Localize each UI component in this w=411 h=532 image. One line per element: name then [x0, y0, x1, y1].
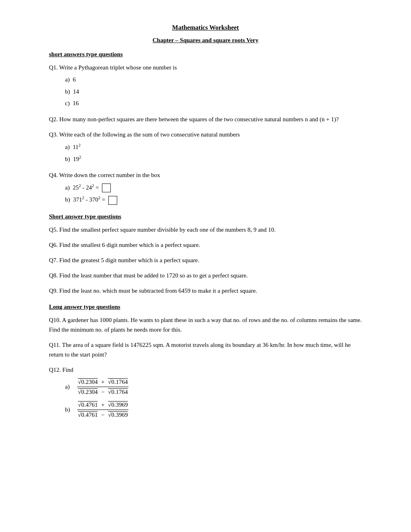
- q12-b-denominator: √0.4761 − √0.3969: [77, 410, 128, 420]
- question-q9: Q9. Find the least no. which must be sub…: [49, 286, 362, 296]
- q4-sublist: a) 252 - 242 = b) 3712 - 3702 =: [65, 182, 362, 205]
- q1-a: a) 6: [65, 75, 362, 85]
- q12-b-den-sqrt2: √0.3969: [108, 412, 128, 418]
- q12-a-num-sqrt2: √0.1764: [108, 379, 128, 385]
- q3-sublist: a) 112 b) 192: [65, 142, 362, 165]
- q12-a-label: a): [65, 382, 76, 391]
- q12-a-fraction: √0.2304 + √0.1764 √0.2304 − √0.1764: [77, 377, 128, 397]
- section-short: Short answer type questions Q5. Find the…: [49, 213, 362, 296]
- section-very-short: short answers type questions Q1. Write a…: [49, 51, 362, 205]
- q12-b-fraction: √0.4761 + √0.3969 √0.4761 − √0.3969: [77, 400, 128, 420]
- q12-b-num-sqrt1: √0.4761: [78, 402, 98, 408]
- q9-text: Q9. Find the least no. which must be sub…: [49, 287, 257, 294]
- question-q5: Q5. Find the smallest perfect square num…: [49, 225, 362, 234]
- chapter-title: Chapter – Squares and square roots Very: [49, 37, 362, 44]
- q12-a-den-sqrt2: √0.1764: [108, 389, 128, 395]
- section-long: Long answer type questions Q10. A garden…: [49, 304, 362, 420]
- q12-b-num-sqrt2: √0.3969: [108, 402, 128, 408]
- q12-a-denominator: √0.2304 − √0.1764: [77, 387, 128, 397]
- question-q12: Q12. Find a) √0.2304 + √0.1764 √0.2304 −: [49, 365, 362, 420]
- q8-text: Q8. Find the least number that must be a…: [49, 272, 248, 279]
- q12-b-item: b) √0.4761 + √0.3969 √0.4761 − √0.3969: [65, 400, 362, 420]
- q12-sublist: a) √0.2304 + √0.1764 √0.2304 − √0.1764: [65, 377, 362, 420]
- q4-b: b) 3712 - 3702 =: [65, 194, 362, 205]
- q5-text: Q5. Find the smallest perfect square num…: [49, 226, 276, 233]
- section-short-heading: Short answer type questions: [49, 213, 362, 220]
- question-q11: Q11. The area of a square field is 14762…: [49, 340, 362, 359]
- q12-b-den-sqrt1: √0.4761: [78, 412, 98, 418]
- q12-a-numerator: √0.2304 + √0.1764: [77, 377, 128, 387]
- question-q4: Q4. Write down the correct number in the…: [49, 170, 362, 205]
- worksheet-page: Mathematics Worksheet Chapter – Squares …: [49, 24, 362, 428]
- q1-c: c) 16: [65, 98, 362, 109]
- q12-b-label: b): [65, 405, 76, 414]
- section-long-heading: Long answer type questions: [49, 304, 362, 310]
- q12-a-num-sqrt1: √0.2304: [78, 379, 98, 385]
- question-q1: Q1. Write a Pythagorean triplet whose on…: [49, 63, 362, 109]
- worksheet-title: Mathematics Worksheet: [49, 24, 362, 31]
- q3-b: b) 192: [65, 154, 362, 165]
- q12-text: Q12. Find: [49, 365, 362, 375]
- q6-text: Q6. Find the smallest 6 digit number whi…: [49, 242, 200, 248]
- question-q2: Q2. How many non-perfect squares are the…: [49, 114, 362, 124]
- q3-a: a) 112: [65, 142, 362, 153]
- q1-b: b) 14: [65, 87, 362, 97]
- section-very-short-heading: short answers type questions: [49, 51, 362, 58]
- q1-text: Q1. Write a Pythagorean triplet whose on…: [49, 64, 177, 71]
- q4-a-box[interactable]: [102, 183, 111, 192]
- question-q8: Q8. Find the least number that must be a…: [49, 271, 362, 280]
- q12-b-numerator: √0.4761 + √0.3969: [77, 400, 128, 410]
- q3-text: Q3. Write each of the following as the s…: [49, 131, 240, 138]
- q7-text: Q7. Find the greatest 5 digit number whi…: [49, 257, 199, 263]
- q12-a-den-sqrt1: √0.2304: [78, 389, 98, 395]
- q10-text: Q10. A gardener has 1000 plants. He want…: [49, 317, 362, 333]
- q1-sublist: a) 6 b) 14 c) 16: [65, 75, 362, 109]
- question-q10: Q10. A gardener has 1000 plants. He want…: [49, 315, 362, 334]
- question-q3: Q3. Write each of the following as the s…: [49, 130, 362, 165]
- q4-text: Q4. Write down the correct number in the…: [49, 172, 160, 178]
- q11-text: Q11. The area of a square field is 14762…: [49, 342, 351, 358]
- q2-text: Q2. How many non-perfect squares are the…: [49, 116, 339, 122]
- q4-b-box[interactable]: [108, 196, 117, 205]
- question-q7: Q7. Find the greatest 5 digit number whi…: [49, 255, 362, 265]
- q4-a: a) 252 - 242 =: [65, 182, 362, 193]
- q12-a-item: a) √0.2304 + √0.1764 √0.2304 − √0.1764: [65, 377, 362, 397]
- question-q6: Q6. Find the smallest 6 digit number whi…: [49, 240, 362, 250]
